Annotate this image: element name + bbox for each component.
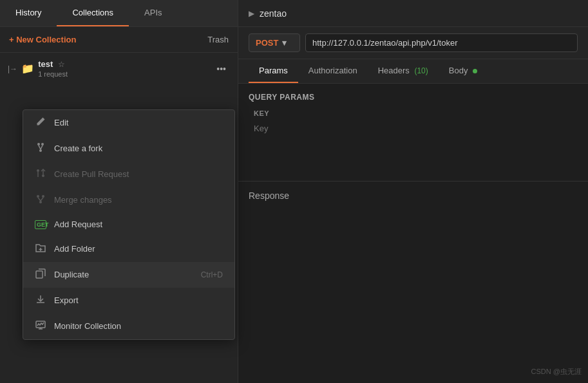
method-select[interactable]: POST ▾	[249, 33, 300, 52]
menu-item-export[interactable]: Export	[23, 288, 234, 313]
collection-item[interactable]: |→ 📁 test ☆ 1 request •••	[0, 53, 238, 84]
svg-line-4	[41, 145, 43, 149]
menu-item-add-request-label: Add Request	[54, 220, 102, 229]
menu-item-merge: Merge changes	[23, 187, 234, 213]
expand-arrow-icon[interactable]: ▶	[249, 9, 254, 18]
tab-apis[interactable]: APIs	[129, 0, 177, 26]
menu-item-duplicate[interactable]: Duplicate Ctrl+D	[23, 262, 234, 288]
duplicate-icon	[35, 268, 46, 281]
context-menu: Edit Create a fork	[23, 109, 235, 340]
tab-history[interactable]: History	[0, 0, 57, 26]
right-panel-collection-name: zentao	[260, 8, 287, 19]
fork-icon	[35, 142, 46, 154]
svg-point-0	[37, 143, 40, 145]
menu-item-edit-label: Edit	[54, 118, 68, 127]
headers-count: (10)	[414, 66, 428, 75]
add-folder-icon	[35, 243, 46, 255]
menu-item-monitor[interactable]: Monitor Collection	[23, 313, 234, 339]
menu-item-add-folder-label: Add Folder	[54, 244, 95, 254]
body-dot-icon	[473, 69, 477, 73]
menu-item-edit[interactable]: Edit	[23, 110, 234, 136]
menu-item-duplicate-label: Duplicate	[54, 270, 89, 279]
key-input[interactable]	[254, 124, 573, 133]
url-bar: POST ▾	[238, 27, 588, 59]
duplicate-shortcut: Ctrl+D	[201, 270, 223, 279]
headers-label: Headers	[378, 66, 410, 75]
svg-line-12	[38, 198, 41, 201]
body-label: Body	[449, 66, 468, 75]
menu-item-monitor-label: Monitor Collection	[54, 321, 121, 331]
add-request-icon: GET	[35, 220, 46, 229]
watermark: CSDN @虫无涯	[531, 367, 582, 377]
new-collection-button[interactable]: + New Collection	[9, 35, 76, 44]
right-panel: ▶ zentao POST ▾ Params Authorization Hea…	[238, 0, 588, 383]
folder-icon: 📁	[21, 62, 34, 75]
menu-item-pull-request-label: Create Pull Request	[54, 169, 129, 179]
more-options-button[interactable]: •••	[213, 62, 230, 75]
params-table-header: KEY	[249, 107, 578, 120]
menu-item-add-folder[interactable]: Add Folder	[23, 236, 234, 262]
menu-item-pull-request: Create Pull Request	[23, 162, 234, 187]
svg-point-5	[37, 169, 39, 172]
response-title: Response	[249, 191, 289, 201]
method-dropdown-icon: ▾	[282, 38, 287, 48]
svg-point-10	[42, 195, 44, 198]
method-label: POST	[256, 38, 278, 48]
response-section: Response	[238, 181, 588, 210]
key-column-header: KEY	[254, 109, 573, 117]
left-panel: History Collections APIs + New Collectio…	[0, 0, 238, 383]
svg-point-9	[37, 195, 39, 198]
collection-header: ▶ zentao	[238, 0, 588, 27]
top-tabs: History Collections APIs	[0, 0, 238, 27]
svg-point-1	[41, 143, 44, 145]
pull-request-icon	[35, 168, 46, 180]
url-input[interactable]	[305, 33, 578, 52]
menu-item-merge-label: Merge changes	[54, 195, 112, 205]
collection-info: test ☆ 1 request	[38, 59, 207, 78]
collapse-arrow-icon: |→	[8, 64, 17, 73]
query-params-section: Query Params KEY	[238, 84, 588, 142]
edit-icon	[35, 117, 46, 129]
tab-headers[interactable]: Headers (10)	[368, 59, 439, 83]
svg-point-11	[39, 201, 42, 203]
collection-name: test	[38, 59, 53, 69]
tab-params[interactable]: Params	[249, 59, 298, 83]
query-params-title: Query Params	[249, 93, 578, 102]
collection-title-row: ▶ zentao	[249, 8, 287, 19]
menu-item-add-request[interactable]: GET Add Request	[23, 213, 234, 236]
export-icon	[35, 294, 46, 306]
menu-item-export-label: Export	[54, 295, 79, 305]
params-table: KEY	[249, 107, 578, 137]
collection-requests-count: 1 request	[38, 70, 207, 78]
svg-line-3	[39, 145, 41, 149]
svg-point-6	[42, 174, 44, 177]
tab-authorization[interactable]: Authorization	[298, 59, 368, 83]
svg-line-13	[41, 198, 43, 201]
svg-rect-16	[36, 271, 43, 278]
menu-item-create-fork[interactable]: Create a fork	[23, 136, 234, 162]
params-row-empty	[249, 120, 578, 137]
trash-button[interactable]: Trash	[207, 35, 229, 44]
tab-body[interactable]: Body	[439, 59, 488, 83]
merge-icon	[35, 194, 46, 206]
monitor-icon	[35, 320, 46, 332]
star-icon[interactable]: ☆	[58, 60, 65, 69]
request-tabs: Params Authorization Headers (10) Body	[238, 59, 588, 84]
tab-collections[interactable]: Collections	[57, 0, 129, 26]
menu-item-fork-label: Create a fork	[54, 144, 102, 153]
svg-point-2	[39, 149, 42, 152]
action-row: + New Collection Trash	[0, 27, 238, 53]
